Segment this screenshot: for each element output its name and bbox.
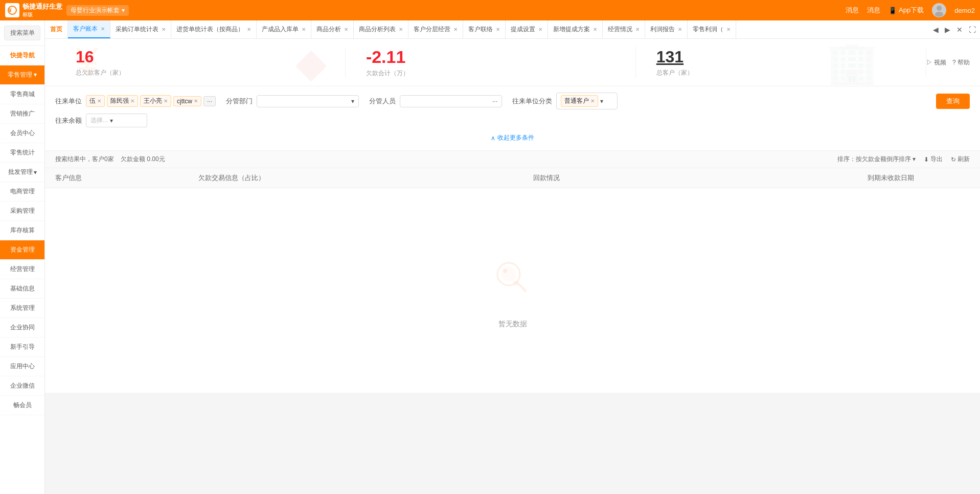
tab-expand-btn[interactable]: ⛶ bbox=[967, 25, 978, 35]
sidebar-item-wholesale[interactable]: 批发管理 ▾ bbox=[0, 163, 44, 182]
balance-input[interactable]: 选择... ▾ bbox=[86, 114, 147, 127]
tab-purchase-order[interactable]: 采购订单统计表 ✕ bbox=[110, 20, 171, 38]
unit-tag-wang: 王小亮 ✕ bbox=[140, 95, 171, 107]
balance-input-arrow: ▾ bbox=[110, 117, 113, 124]
remove-tag-cjttcw[interactable]: ✕ bbox=[194, 98, 198, 104]
user-avatar bbox=[932, 3, 946, 17]
tab-close-profit[interactable]: ✕ bbox=[678, 27, 682, 32]
export-btn[interactable]: ⬇ 导出 bbox=[924, 155, 943, 164]
sidebar-item-retail-mall[interactable]: 零售商城 bbox=[0, 85, 44, 104]
sidebar-search-area: 搜索菜单 bbox=[0, 20, 44, 46]
app-download-btn[interactable]: 📱 App下载 bbox=[888, 6, 924, 15]
tab-cost-in[interactable]: 产成品入库单 ✕ bbox=[257, 20, 311, 38]
query-button[interactable]: 查询 bbox=[936, 94, 970, 109]
sidebar-item-finance[interactable]: 资金管理 bbox=[0, 240, 44, 260]
tab-close-accounts[interactable]: ✕ bbox=[101, 26, 105, 32]
tab-nav-buttons: ◀ ▶ ✕ ⛶ bbox=[929, 25, 980, 35]
messages-label[interactable]: 消息 bbox=[867, 6, 880, 15]
video-btn[interactable]: ▷ 视频 bbox=[926, 58, 946, 67]
messages-btn[interactable]: 消息 bbox=[846, 6, 859, 15]
tab-prev-btn[interactable]: ◀ bbox=[931, 25, 941, 35]
search-result-text: 搜索结果中，客户0家 bbox=[55, 155, 114, 163]
sidebar-item-retail[interactable]: 零售管理 ▾ bbox=[0, 65, 44, 85]
tab-customer-tier[interactable]: 客户分层经营 ✕ bbox=[408, 20, 463, 38]
sidebar-item-new-guide[interactable]: 新手引导 bbox=[0, 338, 44, 357]
tab-profit-report[interactable]: 利润报告 ✕ bbox=[645, 20, 688, 38]
stat-total-label: 总客户（家） bbox=[656, 69, 693, 77]
tab-next-btn[interactable]: ▶ bbox=[943, 25, 952, 35]
tab-new-improve[interactable]: 新增提成方案 ✕ bbox=[548, 20, 603, 38]
tab-home[interactable]: 首页 bbox=[45, 20, 68, 38]
result-summary: 搜索结果中，客户0家 欠款金额 0.00元 bbox=[55, 155, 165, 164]
username-label[interactable]: demo2 bbox=[954, 7, 975, 14]
tab-retail-profit[interactable]: 零售利润（ ✕ bbox=[688, 20, 736, 38]
tab-close-improve[interactable]: ✕ bbox=[538, 27, 542, 32]
filter-row-2: 往来余额 选择... ▾ bbox=[55, 114, 970, 127]
search-menu-btn[interactable]: 搜索菜单 bbox=[4, 26, 40, 40]
sidebar-item-purchase[interactable]: 采购管理 bbox=[0, 201, 44, 221]
svg-point-6 bbox=[502, 267, 516, 281]
tab-customer-connect[interactable]: 客户联络 ✕ bbox=[463, 20, 506, 38]
dept-select-arrow: ▾ bbox=[351, 98, 354, 105]
sidebar-item-system[interactable]: 系统管理 bbox=[0, 299, 44, 318]
refresh-icon: ↻ bbox=[951, 156, 956, 163]
sidebar-item-retail-stats[interactable]: 零售统计 bbox=[0, 143, 44, 163]
page-content: ¥ ◆ 🏢 16 总欠款客户（家） -2.11 欠款合计（万） bbox=[45, 39, 980, 494]
stat-total: 131 总客户（家） bbox=[636, 48, 926, 77]
person-select[interactable]: ··· bbox=[400, 95, 502, 107]
balance-placeholder: 选择... bbox=[90, 116, 108, 125]
unit-tag-more[interactable]: ··· bbox=[203, 96, 216, 106]
col-header-repayment: 回款情况 bbox=[533, 173, 868, 183]
refresh-btn[interactable]: ↻ 刷新 bbox=[951, 155, 970, 164]
tab-close-connect[interactable]: ✕ bbox=[496, 27, 500, 32]
tab-goods-analysis[interactable]: 商品分析 ✕ bbox=[311, 20, 354, 38]
sidebar-item-marketing[interactable]: 营销推广 bbox=[0, 104, 44, 124]
sidebar-item-wechat[interactable]: 企业微信 bbox=[0, 376, 44, 396]
remove-tag-chen[interactable]: ✕ bbox=[130, 98, 134, 104]
tab-goods-analysis-list[interactable]: 商品分析列表 ✕ bbox=[354, 20, 408, 38]
tab-business-status[interactable]: 经营情况 ✕ bbox=[603, 20, 645, 38]
tab-close-cost[interactable]: ✕ bbox=[302, 27, 306, 32]
tab-improve-settings[interactable]: 提成设置 ✕ bbox=[506, 20, 548, 38]
col-header-due-date: 到期未收款日期 bbox=[868, 173, 970, 183]
filter-bar: 往来单位 伍 ✕ 陈民强 ✕ 王小亮 ✕ bbox=[45, 86, 980, 151]
sort-arrow[interactable]: ▾ bbox=[913, 155, 916, 163]
sidebar-item-enterprise[interactable]: 企业协同 bbox=[0, 318, 44, 338]
collapse-btn[interactable]: ∧ 收起更多条件 bbox=[491, 133, 534, 142]
sidebar-item-member[interactable]: 会员中心 bbox=[0, 124, 44, 143]
remove-tag-normal[interactable]: ✕ bbox=[590, 98, 595, 104]
debt-amount-text: 欠款金额 0.00元 bbox=[121, 155, 165, 163]
help-btn[interactable]: ? 帮助 bbox=[952, 58, 970, 67]
sidebar-item-basic-info[interactable]: 基础信息 bbox=[0, 279, 44, 299]
stats-bar: ¥ ◆ 🏢 16 总欠款客户（家） -2.11 欠款合计（万） bbox=[45, 39, 980, 86]
logo-area: ¥ 畅捷通好生意 标版 bbox=[5, 2, 62, 18]
logo-icon: ¥ bbox=[5, 3, 19, 17]
sidebar-item-operations[interactable]: 经营管理 bbox=[0, 260, 44, 279]
tab-close-new-improve[interactable]: ✕ bbox=[593, 27, 597, 32]
tab-close-tier[interactable]: ✕ bbox=[453, 27, 458, 32]
sidebar-item-ecommerce[interactable]: 电商管理 bbox=[0, 182, 44, 201]
tab-accounts[interactable]: 客户账本 ✕ bbox=[68, 20, 110, 38]
tab-close-stock[interactable]: ✕ bbox=[247, 27, 251, 32]
sidebar-item-vip[interactable]: 畅会员 bbox=[0, 396, 44, 415]
remove-tag-wang[interactable]: ✕ bbox=[164, 98, 168, 104]
sidebar-item-app-center[interactable]: 应用中心 bbox=[0, 357, 44, 376]
export-icon: ⬇ bbox=[924, 156, 929, 163]
dept-select[interactable]: ▾ bbox=[257, 95, 359, 107]
unit-class-select[interactable]: 普通客户 ✕ ▾ bbox=[556, 93, 618, 109]
sidebar-item-quick-nav[interactable]: 快捷导航 bbox=[0, 46, 44, 65]
tab-close-retail-profit[interactable]: ✕ bbox=[726, 27, 731, 32]
tab-close-purchase[interactable]: ✕ bbox=[162, 27, 166, 32]
tab-close-all-btn[interactable]: ✕ bbox=[954, 25, 965, 35]
tab-close-business[interactable]: ✕ bbox=[635, 27, 640, 32]
tab-stock-stats[interactable]: 进货单统计表（按商品） ✕ bbox=[171, 20, 257, 38]
tab-close-goods-list[interactable]: ✕ bbox=[399, 27, 403, 32]
person-filter-label: 分管人员 bbox=[369, 97, 396, 106]
remove-tag-wu[interactable]: ✕ bbox=[97, 98, 101, 104]
tab-bar: 首页 客户账本 ✕ 采购订单统计表 ✕ 进货单统计表（按商品） ✕ 产成品入库单… bbox=[45, 20, 980, 39]
sidebar-item-inventory[interactable]: 库存核算 bbox=[0, 221, 44, 240]
svg-line-5 bbox=[517, 282, 526, 291]
account-selector[interactable]: 母婴行业演示帐套 ▾ bbox=[66, 5, 129, 16]
top-bar-right: 消息 消息 📱 App下载 demo2 bbox=[846, 3, 975, 17]
tab-close-goods[interactable]: ✕ bbox=[344, 27, 348, 32]
